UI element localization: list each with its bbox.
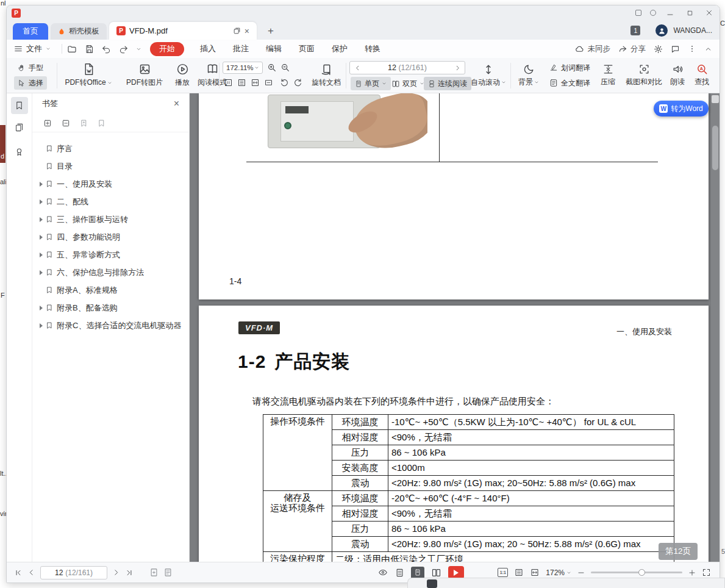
- full-width-icon[interactable]: [263, 77, 274, 88]
- ribbon-tab-start[interactable]: 开始: [150, 42, 184, 56]
- skin-icon[interactable]: [635, 10, 641, 16]
- bookmark-item[interactable]: 附录B、配备选购: [32, 299, 189, 317]
- bookmark-item[interactable]: 附录A、标准规格: [32, 281, 189, 299]
- hand-tool-button[interactable]: 手型: [14, 61, 47, 74]
- next-page-icon[interactable]: [450, 65, 465, 71]
- convert-to-word-button[interactable]: W 转为Word: [654, 101, 709, 117]
- ribbon-tab-annotate[interactable]: 批注: [224, 43, 257, 54]
- bookmark-item[interactable]: 一、使用及安装: [32, 175, 189, 193]
- close-button[interactable]: [704, 8, 715, 18]
- background-button[interactable]: 背景: [514, 60, 543, 90]
- bookmark-item[interactable]: 目录: [32, 157, 189, 175]
- bookmark-item[interactable]: 序言: [32, 140, 189, 157]
- redo-icon[interactable]: [119, 45, 128, 54]
- tab-document-active[interactable]: P VFD-M.pdf ×: [109, 22, 257, 40]
- zoom-in-plus-icon[interactable]: [688, 569, 696, 576]
- fit-width-icon[interactable]: [249, 77, 260, 88]
- ribbon-tab-insert[interactable]: 插入: [191, 43, 224, 54]
- minimize-button[interactable]: [665, 8, 676, 18]
- next-page-icon[interactable]: [112, 568, 120, 576]
- tab-docer-templates[interactable]: 稻壳模板: [51, 23, 107, 40]
- rotate-doc-button[interactable]: 旋转文档: [307, 60, 346, 90]
- read-aloud-button[interactable]: 朗读: [665, 60, 690, 90]
- panel-close-icon[interactable]: ×: [174, 98, 179, 109]
- expand-arrow-icon[interactable]: [40, 306, 43, 310]
- actual-size-icon[interactable]: [223, 77, 234, 88]
- sync-status-label[interactable]: 未同步: [588, 44, 611, 54]
- rotate-left-icon[interactable]: [279, 77, 290, 88]
- pdf-to-image-button[interactable]: PDF转图片: [119, 60, 170, 90]
- reading-layout-icon[interactable]: [395, 568, 404, 578]
- expand-arrow-icon[interactable]: [40, 182, 43, 187]
- gear-icon[interactable]: [654, 45, 663, 54]
- zoom-level-dropdown[interactable]: 172%: [546, 568, 571, 577]
- first-page-icon[interactable]: [14, 568, 23, 577]
- actual-size-icon[interactable]: 1:1: [498, 568, 508, 577]
- bookmark-item[interactable]: 附录C、选择合适的交流电机驱动器: [32, 317, 189, 334]
- zoom-out-icon[interactable]: [280, 62, 291, 73]
- fit-width-icon[interactable]: [530, 568, 540, 577]
- bookmark-item[interactable]: 四、参数功能说明: [32, 228, 189, 246]
- ribbon-tab-page[interactable]: 页面: [290, 43, 323, 54]
- compress-button[interactable]: 压缩: [596, 60, 620, 90]
- bookmark-item[interactable]: 二、配线: [32, 193, 189, 210]
- toolbar-options-icon[interactable]: [136, 46, 141, 52]
- tab-detach-icon[interactable]: [233, 27, 241, 35]
- zoom-slider-thumb[interactable]: [638, 569, 645, 576]
- delete-bookmark-icon[interactable]: [98, 119, 105, 127]
- collapse-ribbon-icon[interactable]: [704, 45, 712, 53]
- tab-home[interactable]: 首页: [13, 23, 48, 40]
- avatar[interactable]: [655, 24, 668, 37]
- eye-protect-icon[interactable]: [377, 568, 388, 577]
- select-tool-button[interactable]: 选择: [14, 76, 47, 90]
- ribbon-tab-convert[interactable]: 转换: [356, 43, 389, 54]
- status-page-input[interactable]: 12 (12/161): [40, 566, 107, 579]
- document-viewport[interactable]: 1-4 VFD·M 一、使用及安装 1-2产品安装 请将交流电机驱动器内装在下列…: [190, 93, 720, 562]
- expand-arrow-icon[interactable]: [40, 270, 43, 275]
- signature-panel-button[interactable]: [11, 143, 28, 160]
- fit-page-icon[interactable]: [514, 568, 524, 577]
- expand-arrow-icon[interactable]: [40, 199, 43, 204]
- double-page-mode-button[interactable]: 双页: [387, 77, 429, 90]
- auto-scroll-button[interactable]: 自动滚动: [469, 60, 508, 90]
- bookmark-item[interactable]: 六、保护信息与排除方法: [32, 264, 189, 281]
- full-translate-button[interactable]: 全文翻译: [546, 76, 594, 90]
- insert-page-icon[interactable]: [149, 568, 159, 577]
- two-page-view-icon[interactable]: [431, 568, 441, 578]
- bookmark-item[interactable]: 五、异常诊断方式: [32, 246, 189, 264]
- zoom-input[interactable]: 172.11%: [223, 62, 263, 74]
- continuous-mode-button[interactable]: 连续阅读: [424, 77, 471, 90]
- more-icon[interactable]: [688, 45, 696, 53]
- add-bookmark-icon[interactable]: [80, 119, 88, 127]
- account-name[interactable]: WANGDA...: [673, 26, 712, 35]
- previous-page-icon[interactable]: [27, 568, 35, 576]
- tab-close-icon[interactable]: ×: [245, 26, 249, 36]
- zoom-slider[interactable]: [591, 572, 682, 573]
- collapse-all-icon[interactable]: [62, 119, 70, 127]
- page-number-value[interactable]: 12: [388, 63, 396, 72]
- layout-mode-icon[interactable]: [650, 10, 656, 16]
- ribbon-tab-protect[interactable]: 保护: [323, 43, 356, 54]
- share-label[interactable]: 分享: [630, 44, 646, 54]
- previous-page-icon[interactable]: [350, 65, 365, 71]
- screenshot-compare-button[interactable]: 截图和对比: [621, 60, 666, 90]
- share-icon[interactable]: [618, 45, 627, 54]
- manage-pages-icon[interactable]: [163, 568, 173, 577]
- fullscreen-icon[interactable]: [702, 568, 711, 577]
- comment-icon[interactable]: [671, 45, 680, 54]
- pdf-to-office-button[interactable]: PDF转Office: [59, 60, 118, 90]
- rotate-right-icon[interactable]: [292, 77, 303, 88]
- ribbon-tab-edit[interactable]: 编辑: [257, 43, 290, 54]
- expand-arrow-icon[interactable]: [40, 323, 43, 328]
- slideshow-play-button[interactable]: [448, 566, 464, 579]
- maximize-button[interactable]: [684, 8, 695, 18]
- bookmarks-panel-button[interactable]: [11, 97, 28, 114]
- play-button[interactable]: 播放: [170, 60, 195, 90]
- scrollbar-up-button[interactable]: [712, 95, 719, 103]
- page-navigator[interactable]: 12 (12/161): [349, 61, 465, 74]
- single-page-view-button[interactable]: [411, 567, 424, 579]
- last-page-icon[interactable]: [125, 568, 134, 577]
- bookmark-item[interactable]: 三、操作面板与运转: [32, 210, 189, 228]
- fit-page-icon[interactable]: [236, 77, 247, 88]
- scrollbar-thumb[interactable]: [712, 126, 718, 170]
